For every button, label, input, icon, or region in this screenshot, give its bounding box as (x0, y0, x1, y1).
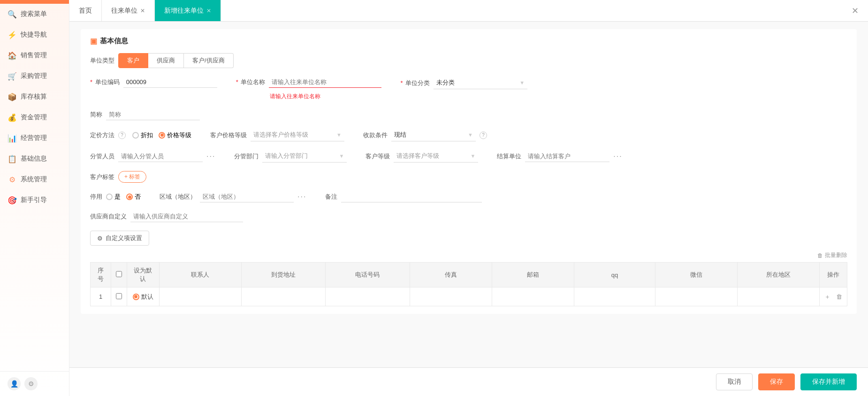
sidebar-top-bar (0, 0, 69, 4)
payment-help-icon[interactable]: ? (480, 132, 487, 139)
sidebar-item-guide[interactable]: 🎯 新手引导 (0, 190, 69, 210)
row-email[interactable] (492, 287, 574, 306)
pricing-level-option[interactable]: 价格等级 (159, 131, 191, 140)
sidebar-item-inventory[interactable]: 📦 库存核算 (0, 86, 69, 107)
sidebar-settings-icon[interactable]: ⚙ (24, 377, 38, 390)
email-input[interactable] (497, 291, 569, 302)
tag-add-label: + 标签 (124, 173, 140, 181)
table-header-row: 序号 设为默认 联系人 到货地址 电话号码 传真 邮箱 qq 微信 所在地区 操… (91, 263, 847, 287)
sidebar-item-search[interactable]: 🔍 搜索菜单 (0, 4, 69, 24)
row-phone[interactable] (326, 287, 410, 306)
unit-code-input[interactable] (123, 77, 217, 88)
pricing-level-radio (159, 132, 165, 139)
tab-home[interactable]: 首页 (69, 0, 102, 21)
sidebar-item-finance[interactable]: 💰 资金管理 (0, 107, 69, 128)
tag-add-button[interactable]: + 标签 (118, 171, 146, 183)
unit-btn-customer[interactable]: 客户 (118, 53, 148, 68)
section-title-text: 基本信息 (100, 37, 128, 46)
tabbar-close-all[interactable]: ✕ (848, 6, 862, 16)
customer-price-select[interactable]: 请选择客户价格等级 ▼ (251, 129, 344, 141)
qq-input[interactable] (579, 291, 650, 302)
row-action: ＋ 🗑 (820, 287, 847, 306)
region-input[interactable] (742, 291, 815, 302)
row-add-btn[interactable]: ＋ (824, 293, 830, 300)
pricing-row: 定价方法 ? 折扣 价格等级 客户价 (90, 129, 847, 141)
batch-delete-btn[interactable]: 🗑 批量删除 (90, 251, 847, 259)
pricing-help-icon[interactable]: ? (118, 132, 126, 139)
dept-select[interactable]: 请输入分管部门 ▼ (262, 150, 347, 163)
region-input[interactable] (200, 191, 294, 202)
main-area: 首页 往来单位 ✕ 新增往来单位 ✕ ✕ ▣ 基本信息 单位类型 客户 (69, 0, 868, 396)
contact-input[interactable] (164, 291, 236, 302)
col-action: 操作 (820, 263, 847, 287)
row-delete-btn[interactable]: 🗑 (836, 293, 842, 300)
abbr-field: 简称 (90, 109, 200, 120)
manager-input[interactable] (118, 151, 203, 162)
default-radio-item[interactable]: 默认 (132, 293, 154, 301)
wechat-input[interactable] (660, 291, 732, 302)
supplier-custom-input[interactable] (130, 211, 243, 222)
save-new-button[interactable]: 保存并新增 (800, 373, 857, 390)
unit-btn-both[interactable]: 客户/供应商 (184, 53, 234, 68)
sidebar-item-sales[interactable]: 🏠 销售管理 (0, 45, 69, 66)
customer-level-label: 客户等级 (365, 152, 390, 161)
custom-settings-icon: ⚙ (97, 235, 103, 242)
default-label: 默认 (141, 293, 153, 301)
row-wechat[interactable] (655, 287, 737, 306)
payment-terms-label: 收款条件 (363, 131, 388, 140)
unit-name-input[interactable] (269, 77, 381, 88)
unit-category-select[interactable]: 未分类 ▼ (434, 77, 527, 89)
custom-settings-button[interactable]: ⚙ 自定义项设置 (90, 231, 149, 246)
row-fax[interactable] (410, 287, 492, 306)
disabled-no-radio (126, 194, 133, 200)
sidebar-item-purchase[interactable]: 🛒 采购管理 (0, 66, 69, 86)
save-button[interactable]: 保存 (758, 373, 795, 390)
dept-placeholder: 请输入分管部门 (265, 152, 308, 160)
chevron-down-icon: ▼ (519, 80, 525, 85)
tab-contacts-close[interactable]: ✕ (140, 8, 145, 14)
sidebar-item-system[interactable]: ⚙ 系统管理 (0, 169, 69, 190)
sidebar-item-label: 快捷导航 (21, 31, 47, 39)
cancel-button[interactable]: 取消 (716, 373, 753, 390)
manager-field: 分管人员 ··· (90, 151, 215, 162)
row-address[interactable] (241, 287, 325, 306)
unit-type-row: 单位类型 客户 供应商 客户/供应商 (90, 53, 847, 68)
abbr-input[interactable] (106, 109, 200, 120)
batch-delete-icon: 🗑 (817, 252, 823, 259)
customer-price-field: 客户价格等级 请选择客户价格等级 ▼ (210, 129, 344, 141)
sidebar-item-quick-nav[interactable]: ⚡ 快捷导航 (0, 24, 69, 45)
tab-new-contacts[interactable]: 新增往来单位 ✕ (155, 0, 221, 21)
row-select-checkbox[interactable] (116, 293, 122, 299)
manager-more-btn[interactable]: ··· (206, 152, 215, 161)
remark-input[interactable] (341, 191, 482, 202)
disabled-no-option[interactable]: 否 (126, 193, 141, 201)
row-default[interactable]: 默认 (127, 287, 159, 306)
settlement-input[interactable] (525, 151, 609, 162)
row-qq[interactable] (574, 287, 655, 306)
disabled-yes-option[interactable]: 是 (106, 193, 121, 201)
phone-input[interactable] (330, 291, 404, 302)
row-checkbox[interactable] (111, 287, 127, 306)
sidebar-user-icon[interactable]: 👤 (8, 377, 21, 390)
tab-contacts[interactable]: 往来单位 ✕ (102, 0, 155, 21)
row-contact[interactable] (159, 287, 241, 306)
customer-level-select[interactable]: 请选择客户等级 ▼ (394, 150, 478, 163)
disabled-yes-label: 是 (114, 193, 121, 201)
row-region[interactable] (738, 287, 820, 306)
search-menu-icon: 🔍 (8, 9, 17, 19)
pricing-discount-option[interactable]: 折扣 (132, 131, 153, 140)
remark-field: 备注 (325, 191, 482, 202)
tab-new-contacts-close[interactable]: ✕ (206, 8, 211, 14)
disabled-yes-radio (106, 194, 113, 200)
region-more-btn[interactable]: ··· (297, 193, 306, 201)
pricing-level-label: 价格等级 (167, 131, 191, 140)
sidebar-item-operation[interactable]: 📊 经营管理 (0, 128, 69, 148)
unit-btn-supplier[interactable]: 供应商 (148, 53, 184, 68)
payment-terms-select[interactable]: 现结 ▼ (391, 129, 476, 141)
fax-input[interactable] (415, 291, 487, 302)
unit-name-label: * 单位名称 (236, 78, 266, 86)
select-all-checkbox[interactable] (116, 271, 122, 277)
settlement-more-btn[interactable]: ··· (613, 152, 622, 161)
sidebar-item-base-info[interactable]: 📋 基础信息 (0, 148, 69, 169)
address-input[interactable] (246, 291, 320, 302)
